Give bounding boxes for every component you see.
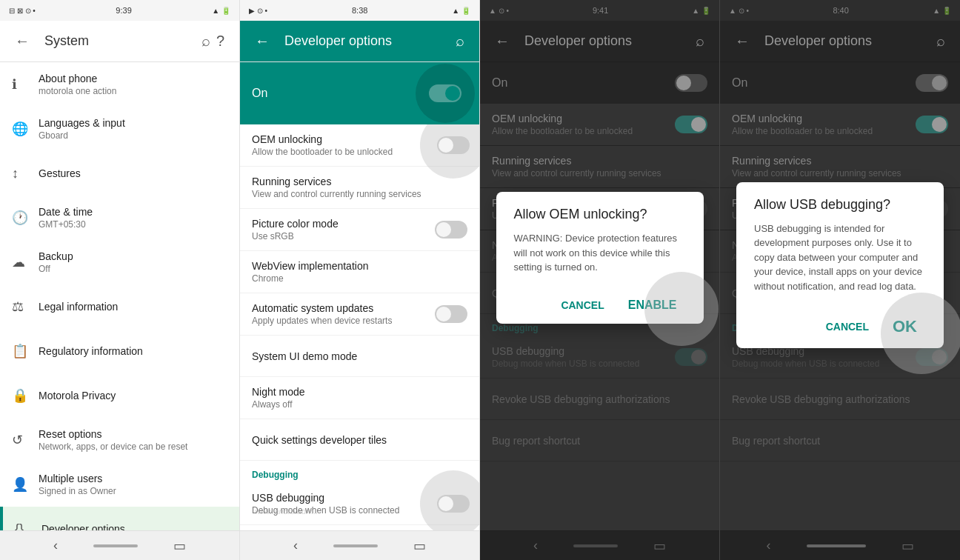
home-indicator-1[interactable] [93, 544, 138, 547]
usb-dialog-body: USB debugging is intended for developmen… [754, 221, 926, 294]
right-panels: ▲ ⊙ • 9:41 ▲ 🔋 ← Developer options ⌕ On … [480, 0, 960, 560]
dev-item-webview[interactable]: WebView implementation Chrome [240, 251, 479, 293]
reset-label: Reset options [39, 428, 227, 440]
back-nav-icon-1[interactable]: ‹ [53, 538, 58, 553]
auto-updates-title: Automatic system updates [252, 302, 435, 314]
privacy-label: Motorola Privacy [39, 390, 227, 401]
sidebar-item-about-phone[interactable]: ℹ About phone motorola one action [0, 62, 239, 107]
dev-item-picture-color[interactable]: Picture color mode Use sRGB [240, 209, 479, 251]
sidebar-item-motorola-privacy[interactable]: 🔒 Motorola Privacy [0, 373, 239, 418]
oem-cancel-button[interactable]: Cancel [552, 293, 613, 318]
usb-cancel-button[interactable]: Cancel [817, 311, 878, 342]
picture-color-title: Picture color mode [252, 218, 435, 230]
dev-on-row[interactable]: On [240, 62, 479, 124]
night-mode-subtitle: Always off [252, 399, 467, 410]
sidebar-item-reset[interactable]: ↺ Reset options Network, apps, or device… [0, 418, 239, 462]
status-time-2: 8:38 [352, 6, 367, 15]
datetime-label: Date & time [39, 206, 227, 218]
webview-title: WebView implementation [252, 260, 467, 272]
help-icon-1[interactable]: ? [213, 30, 227, 53]
running-services-title: Running services [252, 176, 467, 187]
recents-nav-icon-2[interactable]: ▭ [413, 538, 426, 554]
quick-tiles-title: Quick settings developer tiles [252, 434, 467, 446]
about-phone-label: About phone [39, 73, 227, 84]
dev-item-quick-tiles[interactable]: Quick settings developer tiles [240, 419, 479, 461]
usb-dialog-title: Allow USB debugging? [754, 197, 926, 213]
sidebar-item-regulatory[interactable]: 📋 Regulatory information [0, 329, 239, 373]
on-toggle[interactable] [429, 84, 461, 102]
dev-item-system-ui[interactable]: System UI demo mode [240, 336, 479, 377]
usb-dialog: Allow USB debugging? USB debugging is in… [736, 182, 944, 349]
picture-color-toggle[interactable] [435, 221, 467, 239]
users-subtitle: Signed in as Owner [39, 486, 227, 496]
oem-toggle[interactable] [437, 136, 470, 154]
sidebar-item-gestures[interactable]: ↕ Gestures [0, 151, 239, 196]
status-icons-right-2: ▲ 🔋 [452, 7, 470, 15]
developer-icon: {} [15, 521, 41, 531]
panel-usb-dialog: ▲ ⊙ • 8:40 ▲ 🔋 ← Developer options ⌕ On … [720, 0, 960, 560]
oem-dialog: Allow OEM unlocking? WARNING: Device pro… [496, 192, 704, 324]
toolbar-1: ← System ⌕ ? [0, 21, 239, 62]
status-time-1: 9:39 [116, 6, 131, 15]
usb-dialog-overlay: Allow USB debugging? USB debugging is in… [720, 0, 960, 560]
gestures-label: Gestures [39, 167, 227, 179]
status-bar-2: ▶ ⊙ • 8:38 ▲ 🔋 [240, 0, 479, 21]
system-ui-title: System UI demo mode [252, 350, 467, 362]
nav-bar-1: ‹ ▭ [0, 530, 239, 560]
sidebar-item-multiple-users[interactable]: 👤 Multiple users Signed in as Owner [0, 462, 239, 507]
dev-on-label: On [252, 87, 401, 100]
back-icon-1[interactable]: ← [12, 30, 33, 53]
enable-zoom-circle [644, 272, 719, 346]
auto-updates-subtitle: Apply updates when device restarts [252, 316, 435, 326]
dev-item-night-mode[interactable]: Night mode Always off [240, 377, 479, 419]
info-icon: ℹ [12, 76, 39, 93]
on-toggle-wrapper [401, 73, 467, 114]
legal-label: Legal information [39, 301, 227, 313]
panel-developer-options: ▶ ⊙ • 8:38 ▲ 🔋 ← Developer options ⌕ On … [240, 0, 480, 560]
reset-icon: ↺ [12, 432, 39, 448]
developer-label: Developer options [41, 523, 227, 530]
datetime-subtitle: GMT+05:30 [39, 219, 227, 230]
back-nav-icon-2[interactable]: ‹ [293, 538, 298, 553]
sidebar-item-developer-options[interactable]: {} Developer options [0, 507, 239, 530]
dev-item-oem-unlocking[interactable]: OEM unlocking Allow the bootloader to be… [240, 124, 479, 167]
clock-icon: 🕐 [12, 210, 39, 226]
status-icons-left-2: ▶ ⊙ • [249, 7, 267, 15]
backup-subtitle: Off [39, 264, 227, 274]
regulatory-icon: 📋 [12, 343, 39, 359]
legal-icon: ⚖ [12, 299, 39, 315]
status-icons-left-1: ⊟ ⊠ ⊙ • [9, 7, 36, 15]
sidebar-item-languages[interactable]: 🌐 Languages & input Gboard [0, 107, 239, 151]
ok-zoom-circle [881, 293, 960, 374]
dev-item-usb-debug[interactable]: USB debugging Debug mode when USB is con… [240, 483, 479, 525]
oem-dialog-overlay: Allow OEM unlocking? WARNING: Device pro… [480, 0, 719, 560]
home-indicator-2[interactable] [333, 544, 378, 547]
back-icon-2[interactable]: ← [252, 30, 273, 53]
night-mode-title: Night mode [252, 386, 467, 398]
sidebar-list: ℹ About phone motorola one action 🌐 Lang… [0, 62, 239, 530]
panel-system-settings: ⊟ ⊠ ⊙ • 9:39 ▲ 🔋 ← System ⌕ ? ℹ About ph… [0, 0, 240, 560]
gestures-icon: ↕ [12, 166, 39, 181]
users-label: Multiple users [39, 473, 227, 484]
globe-icon: 🌐 [12, 121, 39, 137]
sidebar-item-legal[interactable]: ⚖ Legal information [0, 284, 239, 329]
recents-nav-icon-1[interactable]: ▭ [173, 538, 186, 554]
sidebar-item-backup[interactable]: ☁ Backup Off [0, 240, 239, 284]
privacy-icon: 🔒 [12, 387, 39, 404]
languages-label: Languages & input [39, 117, 227, 129]
users-icon: 👤 [12, 476, 39, 493]
search-icon-1[interactable]: ⌕ [199, 30, 213, 53]
search-icon-2[interactable]: ⌕ [453, 30, 467, 53]
toggle-zoom-circle [416, 64, 475, 123]
languages-subtitle: Gboard [39, 130, 227, 141]
nav-bar-2: ‹ ▭ [240, 530, 479, 560]
auto-updates-toggle[interactable] [435, 305, 467, 323]
status-icons-right-1: ▲ 🔋 [212, 7, 230, 15]
dev-item-auto-updates[interactable]: Automatic system updates Apply updates w… [240, 293, 479, 336]
usb-debug-toggle[interactable] [437, 495, 470, 513]
about-phone-subtitle: motorola one action [39, 86, 227, 96]
sidebar-item-datetime[interactable]: 🕐 Date & time GMT+05:30 [0, 196, 239, 240]
webview-subtitle: Chrome [252, 273, 467, 284]
toolbar-title-1: System [44, 33, 199, 49]
reset-subtitle: Network, apps, or device can be reset [39, 441, 227, 452]
